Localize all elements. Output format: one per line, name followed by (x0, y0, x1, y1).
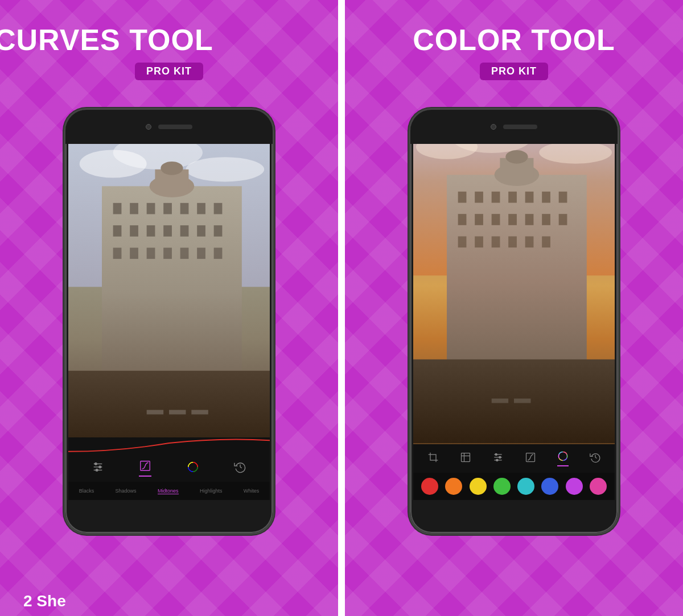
svg-rect-67 (458, 236, 467, 247)
svg-point-83 (499, 456, 500, 458)
svg-rect-49 (447, 175, 587, 387)
svg-rect-30 (147, 410, 163, 414)
left-history-icon[interactable] (234, 461, 246, 476)
svg-point-84 (496, 459, 497, 461)
left-phone-top (65, 110, 273, 144)
svg-rect-20 (197, 225, 205, 237)
svg-rect-56 (508, 192, 517, 203)
color-purple[interactable] (566, 478, 583, 495)
right-panel-title: COLOR TOOL (413, 23, 615, 57)
svg-rect-71 (525, 236, 534, 247)
right-colorwheel-icon[interactable] (557, 450, 569, 466)
color-yellow[interactable] (470, 478, 487, 495)
svg-rect-63 (508, 214, 517, 225)
svg-rect-70 (508, 236, 517, 247)
right-phone-top (410, 110, 618, 144)
left-camera (146, 124, 151, 130)
svg-rect-11 (163, 203, 172, 214)
right-phone-screen (413, 143, 615, 500)
svg-rect-27 (197, 247, 205, 259)
svg-rect-55 (492, 192, 500, 203)
svg-rect-68 (475, 236, 483, 247)
svg-rect-16 (130, 225, 138, 237)
svg-rect-74 (492, 398, 508, 403)
left-curves-icon[interactable] (139, 460, 151, 477)
curves-indicator (68, 437, 270, 454)
svg-rect-31 (169, 410, 186, 414)
svg-rect-62 (492, 214, 500, 225)
svg-rect-26 (180, 247, 189, 259)
svg-rect-21 (214, 225, 223, 237)
svg-rect-53 (458, 192, 467, 203)
svg-point-38 (96, 469, 98, 472)
svg-rect-66 (559, 214, 567, 225)
color-blue[interactable] (541, 478, 558, 495)
right-bottom-ui (413, 444, 615, 500)
svg-rect-54 (475, 192, 483, 203)
svg-line-88 (595, 457, 597, 458)
right-history-icon[interactable] (590, 452, 601, 465)
right-panel: COLOR TOOL PRO KIT (345, 0, 683, 616)
svg-rect-15 (113, 225, 122, 237)
color-red[interactable] (421, 478, 438, 495)
label-midtones[interactable]: Midtones (158, 488, 179, 494)
svg-rect-59 (559, 192, 567, 203)
svg-rect-23 (130, 247, 138, 259)
left-pro-kit-badge: PRO KIT (135, 63, 203, 80)
right-speaker (503, 125, 537, 129)
color-orange[interactable] (445, 478, 462, 495)
svg-point-3 (186, 157, 264, 181)
left-adjust-icon[interactable] (92, 461, 104, 476)
color-cyan[interactable] (517, 478, 534, 495)
svg-rect-22 (113, 247, 122, 259)
right-curves-icon[interactable] (525, 452, 536, 465)
right-camera (491, 124, 496, 130)
color-pink[interactable] (590, 478, 607, 495)
left-toolbar-row (68, 454, 270, 482)
label-shadows[interactable]: Shadows (116, 488, 137, 494)
svg-point-36 (94, 463, 97, 465)
svg-point-52 (505, 150, 528, 164)
svg-rect-25 (163, 247, 172, 259)
left-speaker (158, 125, 192, 129)
svg-rect-17 (147, 225, 155, 237)
svg-rect-32 (191, 410, 208, 414)
right-crop-icon[interactable] (427, 452, 439, 465)
label-highlights[interactable]: Highlights (200, 488, 223, 494)
svg-rect-24 (147, 247, 155, 259)
svg-rect-4 (102, 186, 242, 399)
label-whites[interactable]: Whites (244, 488, 260, 494)
right-colors-row (413, 473, 615, 500)
svg-line-42 (240, 467, 242, 468)
left-phone-screen: Blacks Shadows Midtones Highlights White… (68, 143, 270, 500)
svg-rect-13 (197, 203, 205, 214)
svg-rect-75 (514, 398, 530, 403)
svg-rect-69 (492, 236, 500, 247)
right-building-svg (413, 143, 615, 443)
right-pro-kit-badge: PRO KIT (480, 63, 548, 80)
left-colorwheel-icon[interactable] (187, 461, 199, 476)
right-toolbar-row (413, 444, 615, 473)
svg-rect-28 (214, 247, 223, 259)
svg-rect-57 (525, 192, 534, 203)
right-adjust-icon[interactable] (492, 452, 504, 465)
label-blacks: Blacks (79, 488, 94, 494)
left-phone: Blacks Shadows Midtones Highlights White… (64, 108, 274, 535)
svg-point-37 (99, 466, 101, 468)
svg-rect-10 (147, 203, 155, 214)
svg-rect-60 (458, 214, 467, 225)
left-labels-row: Blacks Shadows Midtones Highlights White… (68, 482, 270, 500)
left-panel: CURVES TOOL PRO KIT (0, 0, 342, 616)
svg-rect-72 (542, 236, 550, 247)
svg-rect-19 (180, 225, 189, 237)
right-phone (409, 108, 619, 535)
svg-rect-65 (542, 214, 550, 225)
left-building-svg (68, 143, 270, 454)
bottom-left-text: 2 She (23, 592, 66, 610)
svg-rect-14 (214, 203, 223, 214)
right-layers-icon[interactable] (460, 452, 471, 465)
svg-point-82 (495, 453, 497, 455)
svg-point-7 (161, 162, 183, 175)
color-green[interactable] (493, 478, 511, 495)
svg-rect-58 (542, 192, 550, 203)
